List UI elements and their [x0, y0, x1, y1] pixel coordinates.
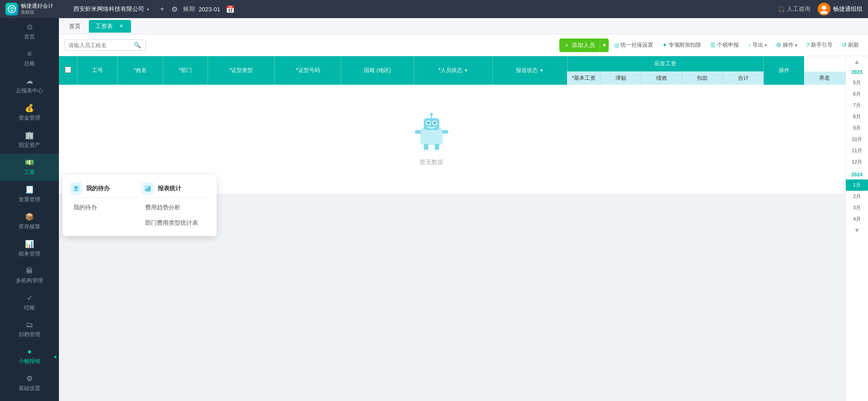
- popup-item-expense-trend[interactable]: 费用趋势分析: [141, 202, 209, 213]
- avatar: [818, 3, 830, 15]
- xiaochang-icon: ●: [27, 348, 32, 356]
- sidebar-item-salary[interactable]: 💵 工资: [0, 154, 59, 181]
- th-name: *姓名: [118, 56, 163, 85]
- month-feb-2024[interactable]: 2月: [846, 191, 868, 202]
- user-area[interactable]: 畅捷通组组: [818, 3, 863, 15]
- top-right: 🎧 人工咨询 畅捷通组组: [778, 3, 863, 15]
- sidebar-item-home[interactable]: ⊙ 首页: [0, 18, 59, 45]
- svg-rect-4: [420, 128, 443, 145]
- th-total: 合计: [723, 72, 764, 85]
- popup-item-my-todo[interactable]: 我的待办: [70, 202, 138, 213]
- social-insurance-action[interactable]: ◎ 统一社保设置: [611, 39, 657, 51]
- sidebar: ⊙ 首页 ≡ 总账 ☁ 云报表中心 💰 资金管理 🏢 固定资产 💵 工资 🧾 发…: [0, 18, 59, 401]
- sidebar-item-ledger[interactable]: ≡ 总账: [0, 45, 59, 72]
- th-deduct: 扣款: [682, 72, 723, 85]
- tax-deduction-action[interactable]: ✦ 专项附加扣除: [659, 39, 705, 51]
- add-person-label: 添加人员: [572, 41, 595, 49]
- add-icon[interactable]: +: [158, 3, 166, 15]
- month-may-2023[interactable]: 5月: [846, 77, 868, 88]
- sidebar-item-finance[interactable]: 💰 资金管理: [0, 99, 59, 126]
- multi-org-icon: 🏛: [26, 267, 33, 275]
- tab-close-icon[interactable]: ✕: [117, 23, 125, 30]
- popup-item-dept-expense[interactable]: 部门费用类型统计表: [141, 217, 209, 229]
- th-operation: 操作: [764, 56, 805, 85]
- inventory-icon: 📦: [25, 213, 34, 221]
- company-name: 西安虾米网络科技有限公司: [73, 5, 144, 13]
- th-send-status: 报送状态 ▼: [493, 56, 567, 85]
- operation-action[interactable]: ⚙ 操作 ▾: [772, 39, 801, 51]
- search-icon[interactable]: 🔍: [134, 42, 141, 48]
- add-person-dropdown-button[interactable]: ▾: [600, 39, 609, 52]
- chevron-down-icon: ▾: [147, 7, 149, 12]
- todo-section-label: 我的待办: [86, 184, 110, 193]
- refresh-action[interactable]: ↺ 刷新: [838, 39, 863, 51]
- month-jul-2023[interactable]: 7月: [846, 100, 868, 111]
- svg-rect-13: [435, 144, 439, 150]
- period-value: 2023-01: [199, 6, 220, 13]
- tax-deduction-label: 专项附加扣除: [669, 41, 701, 49]
- sidebar-item-tax[interactable]: 📊 税务管理: [0, 235, 59, 262]
- month-sep-2023[interactable]: 9月: [846, 122, 868, 134]
- th-base-salary: *基本工资: [567, 72, 601, 85]
- month-apr-2024[interactable]: 4月: [846, 213, 868, 225]
- sidebar-item-basic[interactable]: ⚙ 基础设置: [0, 370, 59, 397]
- month-nav-down-button[interactable]: ▼: [846, 225, 868, 236]
- month-aug-2023[interactable]: 8月: [846, 111, 868, 122]
- tax-deduction-icon: ✦: [662, 42, 667, 48]
- sidebar-item-multi-org[interactable]: 🏛 多机构管理: [0, 262, 59, 289]
- svg-point-2: [822, 5, 826, 10]
- calendar-icon[interactable]: 📅: [224, 3, 237, 15]
- personal-tax-icon: ☰: [710, 42, 716, 48]
- salary-table: 工号 *姓名 *部门 *证型类型 *证型号码 国籍 (地区) *人员状态 ▼ 报…: [59, 56, 845, 193]
- export-action[interactable]: ↑ 导出 ▾: [744, 39, 771, 51]
- month-dec-2023[interactable]: 12月: [846, 156, 868, 168]
- popup-section-reports-header: 报表统计: [141, 182, 209, 198]
- month-jan-2024[interactable]: 1月: [846, 179, 868, 191]
- th-status: *人员状态 ▼: [414, 56, 493, 85]
- settings-icon[interactable]: ⚙: [170, 3, 179, 15]
- svg-rect-12: [424, 144, 428, 150]
- month-jun-2023[interactable]: 6月: [846, 88, 868, 100]
- ledger-icon: ≡: [27, 50, 31, 58]
- th-subsidy: 津贴: [601, 72, 641, 85]
- tab-home-label: 首页: [69, 22, 81, 30]
- sidebar-item-xiaochang[interactable]: ● 小畅报销 ◀: [0, 343, 59, 370]
- sidebar-item-cloud-report[interactable]: ☁ 云报表中心: [0, 72, 59, 99]
- sidebar-item-assets[interactable]: 🏢 固定资产: [0, 126, 59, 154]
- status-filter-icon[interactable]: ▼: [464, 68, 468, 73]
- search-input[interactable]: [68, 42, 132, 48]
- month-panel: ▲ 2023 5月 6月 7月 8月 9月 10月 11月 12月 2024 1…: [845, 56, 868, 401]
- svg-rect-19: [145, 189, 147, 191]
- app-logo-icon: [5, 3, 18, 15]
- th-checkbox[interactable]: [59, 56, 77, 85]
- export-dropdown-icon: ▾: [765, 43, 767, 48]
- guide-action[interactable]: ? 新手引导: [803, 39, 836, 51]
- sidebar-item-invoice[interactable]: 🧾 发票管理: [0, 181, 59, 208]
- guide-toolbar-icon: ?: [806, 42, 810, 48]
- sidebar-item-settlement[interactable]: ✓ 结账: [0, 289, 59, 316]
- social-insurance-label: 统一社保设置: [621, 41, 653, 49]
- sidebar-item-archive[interactable]: 🗂 归档管理: [0, 316, 59, 343]
- th-bonus: 绩效: [641, 72, 682, 85]
- finance-icon: 💰: [25, 104, 34, 112]
- company-selector[interactable]: 西安虾米网络科技有限公司 ▾: [70, 3, 153, 15]
- top-bar: 畅捷通好会计 旗舰版 西安虾米网络科技有限公司 ▾ + ⚙ 账期 2023-01…: [0, 0, 868, 18]
- basic-icon: ⚙: [26, 374, 33, 383]
- send-status-filter-icon[interactable]: ▼: [539, 68, 544, 73]
- tab-home[interactable]: 首页: [63, 20, 87, 33]
- search-box: 🔍: [64, 39, 146, 51]
- select-all-checkbox[interactable]: [65, 67, 71, 73]
- personal-tax-action[interactable]: ☰ 个税申报: [707, 39, 742, 51]
- support-button[interactable]: 🎧 人工咨询: [778, 5, 810, 13]
- svg-point-0: [8, 5, 15, 13]
- month-oct-2023[interactable]: 10月: [846, 134, 868, 145]
- add-person-button[interactable]: ＋ 添加人员: [559, 39, 600, 52]
- month-mar-2024[interactable]: 3月: [846, 202, 868, 213]
- operation-label: 操作: [783, 41, 794, 49]
- operation-dropdown-icon: ▾: [795, 43, 797, 48]
- month-nov-2023[interactable]: 11月: [846, 145, 868, 156]
- month-nav-up-button[interactable]: ▲: [846, 56, 868, 67]
- sidebar-item-guide[interactable]: ▶ 新手引导: [0, 397, 59, 401]
- sidebar-item-inventory[interactable]: 📦 库存核算: [0, 208, 59, 235]
- tab-salary[interactable]: 工资表 ✕: [89, 20, 131, 33]
